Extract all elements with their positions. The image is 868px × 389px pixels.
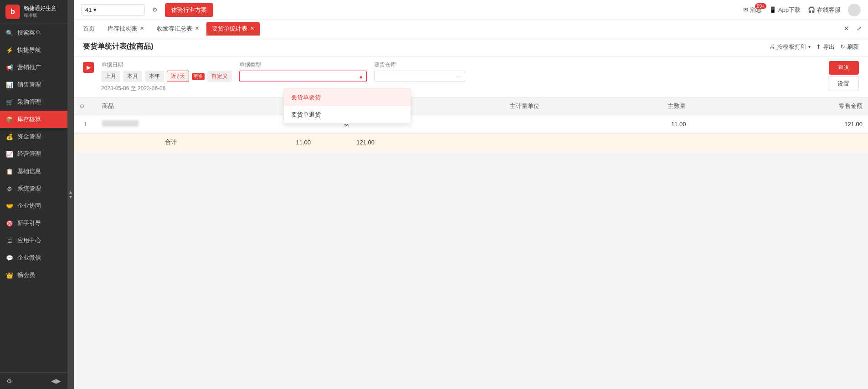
filter-expand-button[interactable]: ▶ — [83, 62, 94, 73]
sidebar-label-enterprise: 企业协同 — [17, 202, 41, 210]
headset-icon: 🎧 — [808, 6, 815, 13]
sidebar-label-wechat: 企业微信 — [17, 254, 41, 262]
sidebar-item-operations[interactable]: 📈经营管理 — [0, 145, 67, 163]
message-icon: ✉ — [743, 6, 748, 13]
sidebar: b 畅捷通好生意 标准版 🔍搜索菜单⚡快捷导航📢营销推广📊销售管理🛒采购管理📦库… — [0, 0, 67, 389]
warehouse-filter-label: 要货仓库 — [374, 61, 465, 69]
sidebar-label-sales: 销售管理 — [17, 81, 41, 89]
messages-item[interactable]: ✉ 消息 99+ — [743, 6, 762, 14]
purchase-icon: 🛒 — [5, 98, 14, 106]
date-filter-label: 单据日期 — [101, 61, 232, 69]
table-header-row: ⚙商品主计量单位主数量零售金额 — [74, 97, 868, 115]
settings-icon[interactable]: ⚙ — [6, 377, 12, 384]
logo-icon: b — [5, 5, 20, 19]
refresh-button[interactable]: ↻ 刷新 — [840, 43, 859, 51]
export-icon: ⬆ — [816, 43, 821, 50]
tab-receivable-summary[interactable]: 收发存汇总表✕ — [151, 22, 205, 36]
online-service-item[interactable]: 🎧 在线客服 — [808, 6, 841, 14]
query-button[interactable]: 查询 — [829, 61, 859, 75]
expand-tab-button[interactable]: ⤢ — [853, 23, 864, 34]
sidebar-item-guide[interactable]: 🎯新手引导 — [0, 215, 67, 232]
sidebar-item-shortcut[interactable]: ⚡快捷导航 — [0, 41, 67, 59]
warehouse-filter-input[interactable]: ··· — [374, 71, 465, 82]
members-icon: 👑 — [5, 271, 14, 279]
this-month-btn[interactable]: 本月 — [123, 71, 142, 82]
tabbar: 首页库存批次账✕收发存汇总表✕要货单统计表✕ ✕ ⤢ — [74, 20, 868, 37]
dropdown-item-order-goods[interactable]: 要货单要货 — [284, 89, 411, 106]
sidebar-item-purchase[interactable]: 🛒采购管理 — [0, 93, 67, 111]
col-header-4: 零售金额 — [691, 97, 868, 115]
gear-button[interactable]: ⚙ — [149, 4, 161, 16]
sidebar-item-sales[interactable]: 📊销售管理 — [0, 76, 67, 93]
table-settings-icon[interactable]: ⚙ — [79, 103, 85, 110]
row-no: 1 — [74, 115, 97, 133]
page-header: 要货单统计表(按商品) 🖨 按模板打印 ▾ ⬆ 导出 ↻ 刷新 — [74, 37, 868, 56]
sidebar-item-search[interactable]: 🔍搜索菜单 — [0, 24, 67, 41]
sidebar-item-members[interactable]: 👑畅会员 — [0, 266, 67, 284]
total-row: 合计 11.00 121.00 — [74, 133, 868, 151]
sidebar-item-marketing[interactable]: 📢营销推广 — [0, 59, 67, 76]
sales-icon: 📊 — [5, 81, 14, 89]
total-amount: 121.00 — [320, 139, 375, 146]
company-selector[interactable]: 41 ▾ — [81, 4, 145, 15]
basic-icon: 📋 — [5, 167, 14, 175]
user-avatar[interactable] — [848, 4, 861, 16]
sidebar-item-inventory[interactable]: 📦库存核算 — [0, 111, 67, 128]
tab-inventory-batch[interactable]: 库存批次账✕ — [102, 22, 149, 36]
search-icon: 🔍 — [5, 29, 14, 37]
sidebar-nav: 🔍搜索菜单⚡快捷导航📢营销推广📊销售管理🛒采购管理📦库存核算💰资金管理📈经营管理… — [0, 24, 67, 372]
sidebar-label-apps: 应用中心 — [17, 236, 41, 245]
this-year-btn[interactable]: 本年 — [145, 71, 164, 82]
table-body: 1块11.00121.00 — [74, 115, 868, 133]
export-button[interactable]: ⬆ 导出 — [816, 43, 835, 51]
custom-date-btn[interactable]: 自定义 — [207, 71, 232, 82]
row-amount: 121.00 — [691, 115, 868, 133]
tab-order-summary[interactable]: 要货单统计表✕ — [206, 22, 260, 36]
collapse-icon[interactable]: ◀▶ — [51, 377, 61, 384]
more-dates-tag[interactable]: 更多 — [192, 73, 205, 80]
type-dropdown: 要货单要货要货单退货 — [283, 88, 411, 124]
sidebar-item-wechat[interactable]: 💬企业微信 — [0, 249, 67, 266]
dropdown-item-order-return[interactable]: 要货单退货 — [284, 106, 411, 123]
close-tab-order-summary[interactable]: ✕ — [250, 26, 254, 31]
close-all-tabs-button[interactable]: ✕ — [841, 23, 852, 34]
marketing-icon: 📢 — [5, 63, 14, 72]
system-icon: ⚙ — [5, 184, 14, 193]
wechat-icon: 💬 — [5, 254, 14, 262]
type-filter-group: 单据类型 ▴ — [239, 61, 367, 82]
col-header-0: ⚙ — [74, 97, 97, 115]
last-month-btn[interactable]: 上月 — [101, 71, 120, 82]
close-tab-inventory-batch[interactable]: ✕ — [140, 26, 144, 31]
last-7-days-btn[interactable]: 近7天 — [167, 71, 189, 82]
sidebar-label-inventory: 库存核算 — [17, 115, 41, 123]
trial-button[interactable]: 体验行业方案 — [165, 3, 213, 17]
chevron-down-icon: ▾ — [808, 44, 811, 49]
guide-icon: 🎯 — [5, 219, 14, 227]
apps-icon: 🗂 — [5, 236, 14, 245]
type-filter-label: 单据类型 — [239, 61, 367, 69]
sidebar-label-shortcut: 快捷导航 — [17, 46, 41, 54]
page-title: 要货单统计表(按商品) — [83, 42, 154, 51]
sidebar-item-enterprise[interactable]: 🤝企业协同 — [0, 197, 67, 215]
sidebar-label-members: 畅会员 — [17, 271, 35, 279]
settings-button[interactable]: 设置 — [828, 77, 859, 91]
online-service-label: 在线客服 — [817, 6, 841, 14]
filter-bar: ▶ 单据日期 上月 本月 本年 近7天 更多 自定义 2023-05-06 至 … — [74, 56, 868, 97]
tab-home[interactable]: 首页 — [77, 22, 100, 36]
total-label: 合计 — [165, 138, 211, 146]
sidebar-scrollbar[interactable]: ▲▼ — [67, 0, 74, 389]
inventory-icon: 📦 — [5, 115, 14, 123]
sidebar-item-apps[interactable]: 🗂应用中心 — [0, 232, 67, 249]
close-tab-receivable-summary[interactable]: ✕ — [195, 26, 199, 31]
type-filter-input[interactable]: ▴ — [239, 71, 367, 82]
content-area: 要货单统计表(按商品) 🖨 按模板打印 ▾ ⬆ 导出 ↻ 刷新 ▶ — [74, 37, 868, 389]
sidebar-item-finance[interactable]: 💰资金管理 — [0, 128, 67, 145]
print-icon: 🖨 — [769, 43, 775, 50]
sidebar-label-basic: 基础信息 — [17, 167, 41, 175]
messages-badge: 99+ — [755, 3, 766, 9]
sidebar-item-system[interactable]: ⚙系统管理 — [0, 180, 67, 197]
date-filter-row: 上月 本月 本年 近7天 更多 自定义 — [101, 71, 232, 82]
sidebar-item-basic[interactable]: 📋基础信息 — [0, 163, 67, 180]
app-download-item[interactable]: 📱 App下载 — [769, 6, 801, 14]
print-button[interactable]: 🖨 按模板打印 ▾ — [769, 43, 811, 51]
